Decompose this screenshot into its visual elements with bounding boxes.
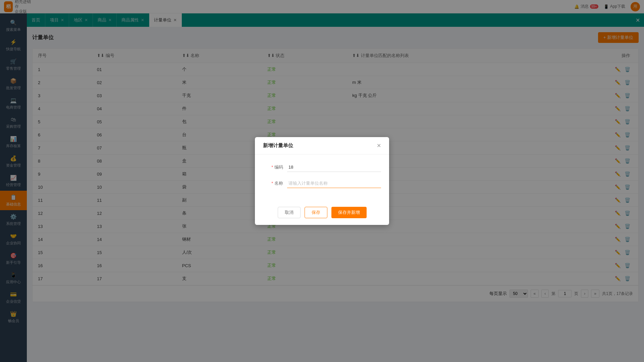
modal-header: 新增计量单位 ✕ [255,137,389,155]
name-label: 名称 [263,180,283,186]
modal-footer: 取消 保存 保存并新增 [255,203,389,225]
form-item-name: 名称 [263,179,381,188]
add-unit-modal: 新增计量单位 ✕ 编码 名称 取消 保存 保存并新增 [255,137,389,225]
form-item-code: 编码 [263,163,381,172]
cancel-button[interactable]: 取消 [278,207,301,218]
save-button[interactable]: 保存 [305,207,327,218]
code-input[interactable] [287,163,381,172]
modal-title: 新增计量单位 [263,142,293,149]
save-and-add-button[interactable]: 保存并新增 [331,207,367,218]
code-label: 编码 [263,164,283,170]
modal-overlay[interactable]: 新增计量单位 ✕ 编码 名称 取消 保存 保存并新增 [0,0,644,362]
name-input[interactable] [287,179,381,188]
modal-body: 编码 名称 [255,155,389,203]
modal-close-btn[interactable]: ✕ [377,142,381,149]
